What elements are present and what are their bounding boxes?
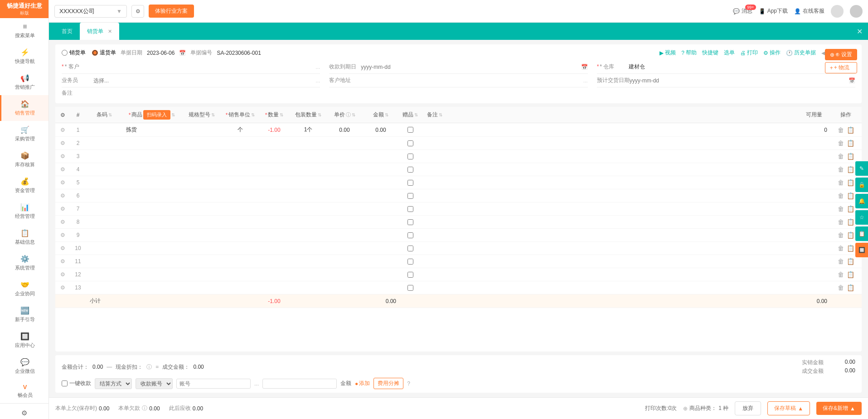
barcode-sort-icon[interactable]: ⇅ (108, 112, 112, 117)
cell-unit[interactable] (222, 202, 258, 216)
cell-unit[interactable] (222, 268, 258, 281)
cell-gift[interactable] (399, 202, 422, 216)
cell-amount[interactable] (363, 163, 399, 176)
gift-checkbox[interactable] (407, 232, 413, 238)
cell-product[interactable] (122, 189, 181, 202)
cell-amount[interactable] (363, 176, 399, 189)
cell-unit[interactable] (222, 189, 258, 202)
radio-return-input[interactable] (92, 50, 98, 56)
cell-note[interactable] (422, 281, 798, 294)
customer-addr-input[interactable] (361, 77, 581, 84)
row-settings-icon[interactable]: ⚙ (60, 271, 65, 278)
row-copy-btn[interactable]: 📋 (847, 140, 854, 147)
fenyong-button[interactable]: 费用分摊 (373, 378, 403, 389)
gift-checkbox[interactable] (407, 140, 413, 146)
online-service-button[interactable]: 👤 在线客服 (794, 7, 824, 15)
cell-pkgqty[interactable] (290, 216, 326, 229)
row-delete-btn[interactable]: 🗑 (838, 218, 844, 226)
row-settings-icon[interactable]: ⚙ (60, 193, 65, 199)
cell-settings[interactable]: ⚙ (55, 268, 70, 281)
cell-note[interactable] (422, 242, 798, 255)
salesman-dots[interactable]: ... (315, 77, 320, 84)
user-avatar[interactable] (831, 5, 844, 18)
product-kind-icon[interactable]: ⊕ (683, 405, 688, 412)
customer-addr-dots[interactable]: ... (583, 77, 588, 84)
row-delete-btn[interactable]: 🗑 (838, 126, 844, 134)
cell-price[interactable] (326, 163, 363, 176)
warehouse-input[interactable] (629, 64, 849, 70)
tab-close-icon[interactable]: ✕ (108, 29, 112, 34)
fenyong-help-icon[interactable]: ? (407, 380, 410, 387)
calendar-icon[interactable]: 📅 (179, 50, 186, 56)
help-btn[interactable]: ? 帮助 (681, 49, 697, 57)
gift-checkbox[interactable] (407, 167, 413, 173)
cell-price[interactable] (326, 281, 363, 294)
cell-price[interactable]: 0.00 (326, 123, 363, 137)
cell-price[interactable] (326, 176, 363, 189)
tab-home[interactable]: 首页 (54, 23, 80, 40)
cell-product[interactable] (122, 255, 181, 268)
sidebar-item-search[interactable]: ≡ 搜索菜单 (0, 18, 48, 43)
row-settings-icon[interactable]: ⚙ (60, 245, 65, 251)
sidebar-item-enterprise[interactable]: 🤝 企业协同 (0, 276, 48, 302)
cell-unit[interactable] (222, 137, 258, 150)
cell-price[interactable] (326, 242, 363, 255)
cell-qty[interactable] (258, 229, 290, 242)
qty-sort-icon[interactable]: ⇅ (280, 112, 283, 117)
sidebar-item-quicknav[interactable]: ⚡ 快捷导航 (0, 43, 48, 69)
user-avatar2[interactable] (850, 5, 863, 18)
cell-gift[interactable] (399, 242, 422, 255)
cell-amount[interactable] (363, 268, 399, 281)
row-copy-btn[interactable]: 📋 (847, 245, 854, 252)
spec-sort-icon[interactable]: ⇅ (211, 112, 215, 117)
cell-barcode[interactable] (86, 189, 122, 202)
cell-product[interactable] (122, 242, 181, 255)
cell-amount[interactable] (363, 216, 399, 229)
cell-note[interactable] (422, 255, 798, 268)
right-panel-btn-2[interactable]: 🔒 (855, 178, 868, 192)
cell-barcode[interactable] (86, 123, 122, 137)
cell-gift[interactable] (399, 176, 422, 189)
sidebar-item-vip[interactable]: V 畅会员 (0, 379, 48, 403)
th-settings[interactable]: ⚙ (55, 107, 70, 123)
cell-pkgqty[interactable] (290, 189, 326, 202)
row-settings-icon[interactable]: ⚙ (60, 140, 65, 146)
price-info-icon[interactable]: ⓘ (346, 111, 351, 118)
cell-unit[interactable]: 个 (222, 123, 258, 137)
cell-settings[interactable]: ⚙ (55, 189, 70, 202)
row-copy-btn[interactable]: 📋 (847, 179, 854, 186)
cell-spec[interactable] (181, 202, 222, 216)
account-dots[interactable]: ... (254, 380, 259, 387)
customer-addr-input-area[interactable]: ... (361, 77, 587, 84)
cell-product[interactable] (122, 176, 181, 189)
print-btn[interactable]: 🖨 打印 (740, 49, 758, 57)
cell-product[interactable] (122, 268, 181, 281)
row-copy-btn[interactable]: 📋 (847, 258, 854, 265)
sidebar-settings[interactable]: ⚙ (0, 406, 48, 419)
cell-amount[interactable] (363, 189, 399, 202)
sidebar-item-marketing[interactable]: 📢 营销推广 (0, 69, 48, 95)
row-settings-icon[interactable]: ⚙ (60, 219, 65, 225)
cell-settings[interactable]: ⚙ (55, 229, 70, 242)
cell-unit[interactable] (222, 255, 258, 268)
sidebar-item-operation[interactable]: 📊 经营管理 (0, 198, 48, 224)
gift-checkbox[interactable] (407, 272, 413, 278)
cell-settings[interactable]: ⚙ (55, 163, 70, 176)
row-delete-btn[interactable]: 🗑 (838, 192, 844, 199)
cell-note[interactable] (422, 176, 798, 189)
cell-note[interactable] (422, 123, 798, 137)
topbar-gear-button[interactable]: ⚙ (131, 5, 144, 18)
save-new-button[interactable]: 保存&新增 ▲ (816, 402, 862, 415)
cell-product[interactable] (122, 137, 181, 150)
amount-sort-icon[interactable]: ⇅ (385, 112, 388, 117)
cell-price[interactable] (326, 137, 363, 150)
cell-product[interactable] (122, 202, 181, 216)
row-delete-btn[interactable]: 🗑 (838, 284, 844, 291)
history-btn[interactable]: 🕐 历史单据 (786, 49, 816, 57)
cell-pkgqty[interactable] (290, 137, 326, 150)
cell-pkgqty[interactable] (290, 255, 326, 268)
gift-checkbox[interactable] (407, 206, 413, 212)
cell-pkgqty[interactable] (290, 229, 326, 242)
column-settings-icon[interactable]: ⚙ (60, 112, 65, 118)
cell-gift[interactable] (399, 229, 422, 242)
